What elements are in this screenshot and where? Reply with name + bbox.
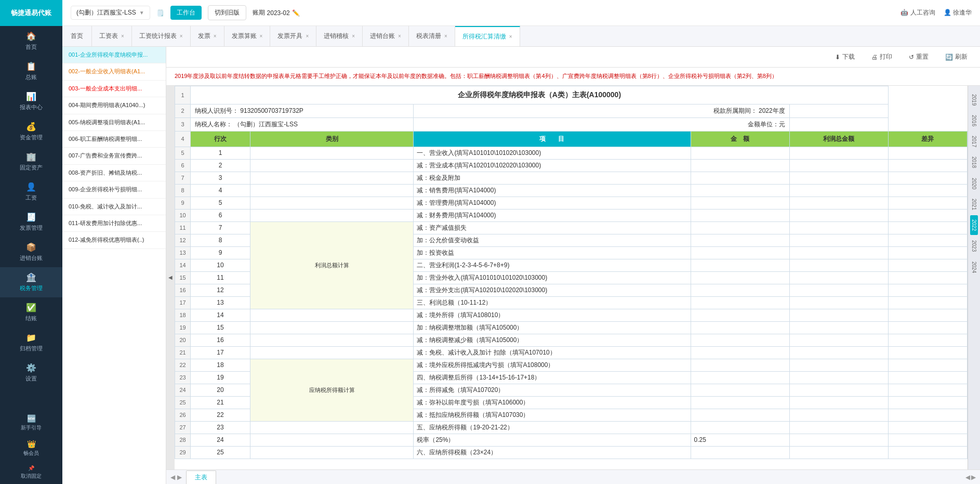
ai-icon: 🤖 <box>900 9 908 16</box>
refresh-button[interactable]: 🔄 刷新 <box>941 50 972 63</box>
sidebar-item-new-guide[interactable]: 🆕 新手引导 <box>0 410 62 436</box>
user-info[interactable]: 👤 徐逢华 <box>944 8 972 17</box>
tax-period-cell: 税款所属期间： 2022年度 <box>414 104 789 117</box>
sidebar-item-archive[interactable]: 📁 归档管理 <box>0 328 62 358</box>
sidebar-pin-btn[interactable]: 📌 取消固定 <box>0 461 62 484</box>
tab-tax-clear-close[interactable]: × <box>444 33 447 39</box>
sidebar-item-member-label: 畅会员 <box>23 450 39 457</box>
year-item-2021[interactable]: 2021 <box>970 194 978 214</box>
tab-purchase-close[interactable]: × <box>352 33 355 39</box>
top-bar-right: 🤖 人工咨询 👤 徐逢华 <box>900 8 972 17</box>
sidebar-item-archive-label: 归档管理 <box>20 345 43 352</box>
table-row: 10 6 减：财务费用(填写A104000) <box>175 209 968 221</box>
sheet-nav-prev[interactable]: ◀ <box>170 474 175 481</box>
tab-payroll-stats[interactable]: 工资统计报表 × <box>132 26 191 47</box>
right-content: ⬇ 下载 🖨 打印 ↺ 重置 🔄 刷新 <box>166 47 980 484</box>
sidebar-item-purchase-mgmt[interactable]: 📦 进销台账 <box>0 237 62 267</box>
year-item-2016[interactable]: 2016 <box>970 111 978 130</box>
taxpayer-name-value: （勾删）江西服宝-LSS <box>234 121 298 128</box>
year-item-2024[interactable]: 2024 <box>970 257 978 277</box>
tab-home[interactable]: 首页 <box>62 26 92 47</box>
tab-invoice-calc-close[interactable]: × <box>260 33 263 39</box>
sheet-nav-next[interactable]: ▶ <box>177 474 182 481</box>
left-panel-item-008[interactable]: 008-资产折旧、摊销及纳税... <box>62 165 166 181</box>
left-panel-item-001[interactable]: 001-企业所得税年度纳税申报... <box>62 47 166 63</box>
tab-purchase[interactable]: 进销稽核 × <box>316 26 363 47</box>
sidebar-item-payroll[interactable]: 👤 工资 <box>0 177 62 207</box>
left-panel-item-002[interactable]: 002-一般企业收入明细表(A1... <box>62 63 166 80</box>
sidebar-item-tax-label: 税务管理 <box>20 284 43 292</box>
taxpayer-name-cell: 纳税人名称： （勾删）江西服宝-LSS <box>191 117 414 131</box>
sidebar-item-settings-label: 设置 <box>25 375 37 383</box>
tab-payroll-stats-close[interactable]: × <box>180 33 183 39</box>
year-item-2019[interactable]: 2019 <box>970 90 978 110</box>
sidebar-item-tax[interactable]: 🏦 税务管理 <box>0 267 62 297</box>
sidebar-item-finance-label: 资金管理 <box>20 134 43 141</box>
home-icon: 🏠 <box>26 31 36 41</box>
period-edit-icon[interactable]: ✏️ <box>292 9 300 17</box>
pin-icon: 📌 <box>28 465 34 471</box>
tab-invoice-open-close[interactable]: × <box>306 33 309 39</box>
sidebar-item-settlement[interactable]: ✅ 结账 <box>0 297 62 328</box>
ai-consult-btn[interactable]: 🤖 人工咨询 <box>900 8 935 17</box>
left-panel-item-006[interactable]: 006-职工薪酬纳税调整明细... <box>62 131 166 148</box>
workbench-button[interactable]: 工作台 <box>170 6 202 20</box>
sidebar-item-finance[interactable]: 💰 资金管理 <box>0 116 62 147</box>
sheet-scroll-right[interactable]: ▶ <box>971 474 976 481</box>
left-panel-item-009[interactable]: 009-企业所得税补亏损明细... <box>62 181 166 198</box>
year-item-2020[interactable]: 2020 <box>970 174 978 193</box>
top-bar: (勾删）江西服宝-LSS ▼ 🗒️ 工作台 切到旧版 账期 2023-02 ✏️… <box>62 0 980 26</box>
left-panel-item-012[interactable]: 012-减免所得税优惠明细表(..) <box>62 232 166 248</box>
print-button[interactable]: 🖨 打印 <box>867 50 896 63</box>
left-panel-item-003[interactable]: 003-一般企业成本支出明细... <box>62 81 166 97</box>
download-button[interactable]: ⬇ 下载 <box>831 50 859 63</box>
year-item-2017[interactable]: 2017 <box>970 132 978 151</box>
tab-payroll[interactable]: 工资表 × <box>92 26 132 47</box>
main-table: 1 企业所得税年度纳税申报表（A类）主表(A100000) 2 纳税人识别号： … <box>175 86 968 459</box>
tab-home-label: 首页 <box>71 32 83 41</box>
tab-invoice-close[interactable]: × <box>214 33 217 39</box>
row-num-2: 2 <box>175 104 191 117</box>
user-avatar-icon: 👤 <box>944 9 951 16</box>
tab-income-tax-close[interactable]: × <box>509 34 512 40</box>
table-row: 21 17 减：免税、减计收入及加计 扣除（填写A107010） <box>175 346 968 359</box>
collapse-panel-btn[interactable]: ◀ <box>166 86 175 469</box>
table-row: 11 7 利润总额计算 减：资产减值损失 <box>175 221 968 234</box>
switch-old-button[interactable]: 切到旧版 <box>208 5 246 20</box>
tab-invoice[interactable]: 发票 × <box>191 26 224 47</box>
table-row: 29 25 六、应纳所得税额（23×24） <box>175 446 968 459</box>
left-panel-item-007[interactable]: 007-广告费和业务宣传费跨... <box>62 148 166 164</box>
tab-payroll-close[interactable]: × <box>121 33 124 39</box>
year-item-2022[interactable]: 2022 <box>970 215 978 235</box>
tab-invoice-open[interactable]: 发票开具 × <box>270 26 316 47</box>
sidebar-item-report[interactable]: 📊 报表中心 <box>0 86 62 116</box>
sidebar-item-invoice-mgmt[interactable]: 🧾 发票管理 <box>0 207 62 237</box>
tab-purchase-ledger[interactable]: 进销台账 × <box>363 26 409 47</box>
col-header-c: 项 目 <box>414 131 691 147</box>
table-title: 企业所得税年度纳税申报表（A类）主表(A100000) <box>191 86 889 104</box>
sidebar-item-ledger[interactable]: 📋 总账 <box>0 56 62 86</box>
sidebar-item-home[interactable]: 🏠 首页 <box>0 26 62 56</box>
year-item-2018[interactable]: 2018 <box>970 152 978 172</box>
tab-purchase-ledger-close[interactable]: × <box>398 33 401 39</box>
table-row: 18 14 减：境外所得（填写A108010） <box>175 309 968 321</box>
left-panel-item-004[interactable]: 004-期间费用明细表(A1040...) <box>62 97 166 114</box>
left-panel-item-005[interactable]: 005-纳税调整项目明细表(A1... <box>62 114 166 131</box>
sidebar-item-member[interactable]: 👑 畅会员 <box>0 436 62 461</box>
sidebar-item-assets[interactable]: 🏢 固定资产 <box>0 147 62 177</box>
report-icon: 📊 <box>26 91 36 101</box>
sheet-scroll-left[interactable]: ◀ <box>965 474 970 481</box>
company-selector[interactable]: (勾删）江西服宝-LSS ▼ <box>71 6 150 20</box>
left-panel-item-010[interactable]: 010-免税、减计收入及加计... <box>62 199 166 215</box>
left-panel-item-011[interactable]: 011-研发费用加计扣除优惠... <box>62 215 166 232</box>
year-panel: 2019 2016 2017 2018 2020 2021 2022 2023 … <box>968 86 980 469</box>
tab-income-tax[interactable]: 所得税汇算清缴 × <box>455 26 520 47</box>
tab-invoice-calc[interactable]: 发票算账 × <box>224 26 271 47</box>
reset-button[interactable]: ↺ 重置 <box>905 50 933 63</box>
tab-tax-clear-label: 税表清册 <box>416 32 441 41</box>
sheet-tab-main[interactable]: 主表 <box>186 470 216 484</box>
doc-icon: 🗒️ <box>156 9 164 17</box>
year-item-2023[interactable]: 2023 <box>970 236 978 256</box>
tab-tax-clear[interactable]: 税表清册 × <box>409 26 455 47</box>
sidebar-item-settings[interactable]: ⚙️ 设置 <box>0 358 62 388</box>
